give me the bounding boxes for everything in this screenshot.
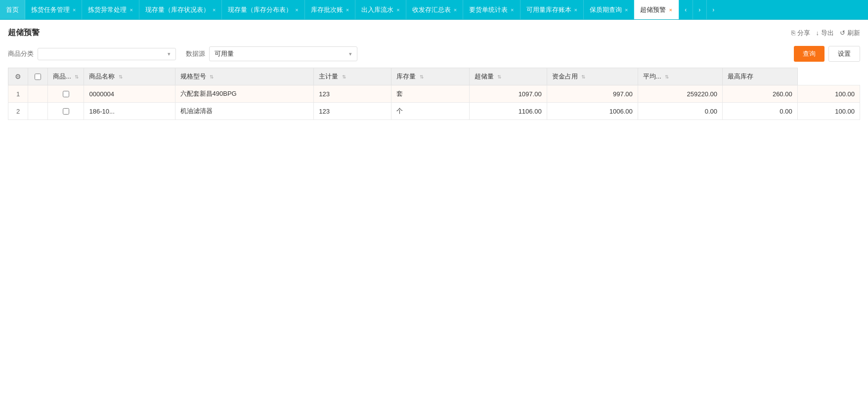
row-checkbox-cell bbox=[48, 85, 84, 103]
datasource-label: 数据源 bbox=[186, 49, 205, 58]
row-checkbox-1[interactable] bbox=[63, 108, 69, 115]
nav-close-abnormal[interactable]: × bbox=[130, 7, 132, 13]
nav-close-task-mgmt[interactable]: × bbox=[73, 7, 76, 13]
nav-stock-status[interactable]: 现存量（库存状况表） × bbox=[139, 0, 222, 19]
datasource-chevron-icon: ▾ bbox=[349, 51, 352, 57]
data-table: ⚙ 商品... ⇅ 商品名称 ⇅ 规格型号 ⇅ bbox=[8, 68, 860, 120]
nav-close-stock-dist[interactable]: × bbox=[295, 7, 298, 13]
nav-collect-summary[interactable]: 收发存汇总表 × bbox=[406, 0, 463, 19]
filter-actions: 查询 设置 bbox=[794, 46, 860, 62]
page-container: 超储预警 ⎘ 分享 ↓ 导出 ↺ 刷新 商品分类 ▾ 数据源 bbox=[0, 20, 868, 395]
row-overstock-qty: 997.00 bbox=[547, 85, 638, 103]
row-product-code: 0000004 bbox=[84, 85, 175, 103]
sort-icon-avg[interactable]: ⇅ bbox=[665, 74, 669, 79]
refresh-button[interactable]: ↺ 刷新 bbox=[840, 29, 860, 38]
share-icon: ⎘ bbox=[791, 29, 795, 37]
nav-close-available-stock[interactable]: × bbox=[574, 7, 577, 13]
table-row: 2 186-10... 机油滤清器 123 个 1106.00 1006.00 … bbox=[8, 103, 860, 120]
col-header-avg: 平均... ⇅ bbox=[638, 68, 722, 85]
sort-icon-unit[interactable]: ⇅ bbox=[342, 74, 346, 79]
row-unit: 套 bbox=[391, 85, 469, 103]
page-title: 超储预警 bbox=[8, 28, 40, 38]
row-checkbox-cell bbox=[48, 103, 84, 120]
nav-close-stock-status[interactable]: × bbox=[213, 7, 216, 13]
sort-icon-capital-usage[interactable]: ⇅ bbox=[581, 74, 585, 79]
gear-settings-button[interactable]: ⚙ bbox=[15, 73, 21, 80]
row-overstock-qty: 1006.00 bbox=[547, 103, 638, 120]
row-checkbox-0[interactable] bbox=[63, 91, 69, 97]
row-product-name: 机油滤清器 bbox=[175, 103, 314, 120]
row-capital-usage: 0.00 bbox=[638, 103, 722, 120]
row-capital-usage: 259220.00 bbox=[638, 85, 722, 103]
row-gear-cell bbox=[28, 85, 48, 103]
top-navigation: 首页 拣货任务管理 × 拣货异常处理 × 现存量（库存状况表） × 现存量（库存… bbox=[0, 0, 868, 20]
col-header-stock-qty: 库存量 ⇅ bbox=[391, 68, 469, 85]
col-header-capital-usage: 资金占用 ⇅ bbox=[547, 68, 638, 85]
category-label: 商品分类 bbox=[8, 49, 34, 58]
col-header-overstock-qty: 超储量 ⇅ bbox=[469, 68, 547, 85]
nav-arrow-left[interactable]: ‹ bbox=[679, 0, 693, 19]
select-all-checkbox[interactable] bbox=[35, 74, 41, 80]
nav-arrow-right[interactable]: › bbox=[693, 0, 706, 19]
nav-order-stats[interactable]: 要货单统计表 × bbox=[463, 0, 520, 19]
nav-overstock-alert[interactable]: 超储预警 × bbox=[634, 0, 678, 19]
nav-home[interactable]: 首页 bbox=[0, 0, 25, 19]
table-header-row: ⚙ 商品... ⇅ 商品名称 ⇅ 规格型号 ⇅ bbox=[8, 68, 860, 85]
row-stock-qty: 1097.00 bbox=[469, 85, 547, 103]
col-header-spec: 规格型号 ⇅ bbox=[175, 68, 314, 85]
row-product-name: 六配套新昌490BPG bbox=[175, 85, 314, 103]
filter-row: 商品分类 ▾ 数据源 可用量 ▾ 查询 设置 bbox=[8, 46, 860, 62]
sort-icon-product-name[interactable]: ⇅ bbox=[119, 74, 123, 79]
nav-close-collect-summary[interactable]: × bbox=[454, 7, 457, 13]
category-filter: 商品分类 ▾ bbox=[8, 48, 176, 60]
row-spec: 123 bbox=[314, 85, 391, 103]
nav-quality-check[interactable]: 保质期查询 × bbox=[584, 0, 634, 19]
nav-available-stock[interactable]: 可用量库存账本 × bbox=[521, 0, 584, 19]
datasource-filter: 数据源 可用量 ▾ bbox=[186, 46, 357, 61]
row-stock-qty: 1106.00 bbox=[469, 103, 547, 120]
sort-icon-stock-qty[interactable]: ⇅ bbox=[420, 74, 424, 79]
nav-stock-dist[interactable]: 现存量（库存分布表） × bbox=[222, 0, 304, 19]
table-body: 1 0000004 六配套新昌490BPG 123 套 1097.00 997.… bbox=[8, 85, 860, 120]
row-avg: 0.00 bbox=[723, 103, 798, 120]
row-avg: 260.00 bbox=[723, 85, 798, 103]
row-product-code: 186-10... bbox=[84, 103, 175, 120]
settings-button[interactable]: 设置 bbox=[828, 46, 860, 62]
datasource-select[interactable]: 可用量 ▾ bbox=[209, 46, 357, 61]
row-index: 1 bbox=[8, 85, 28, 103]
row-max-stock: 100.00 bbox=[797, 85, 860, 103]
header-actions: ⎘ 分享 ↓ 导出 ↺ 刷新 bbox=[791, 29, 861, 38]
share-button[interactable]: ⎘ 分享 bbox=[791, 29, 810, 38]
datasource-select-value: 可用量 bbox=[215, 49, 234, 58]
nav-arrow-more[interactable]: › bbox=[706, 0, 720, 19]
nav-close-quality-check[interactable]: × bbox=[625, 7, 628, 13]
col-header-max-stock: 最高库存 bbox=[723, 68, 798, 85]
nav-close-overstock-alert[interactable]: × bbox=[669, 7, 672, 13]
sort-icon-spec[interactable]: ⇅ bbox=[210, 74, 214, 79]
nav-task-mgmt[interactable]: 拣货任务管理 × bbox=[25, 0, 82, 19]
col-header-product-code: 商品... ⇅ bbox=[48, 68, 84, 85]
nav-stock-batch[interactable]: 库存批次账 × bbox=[305, 0, 355, 19]
col-header-unit: 主计量 ⇅ bbox=[314, 68, 391, 85]
row-gear-cell bbox=[28, 103, 48, 120]
category-chevron-icon: ▾ bbox=[168, 51, 171, 57]
nav-inout-flow[interactable]: 出入库流水 × bbox=[355, 0, 406, 19]
export-button[interactable]: ↓ 导出 bbox=[816, 29, 834, 38]
category-select[interactable]: ▾ bbox=[38, 48, 176, 60]
sort-icon-overstock-qty[interactable]: ⇅ bbox=[497, 74, 501, 79]
export-icon: ↓ bbox=[816, 29, 820, 37]
row-spec: 123 bbox=[314, 103, 391, 120]
nav-close-stock-batch[interactable]: × bbox=[346, 7, 349, 13]
col-header-gear: ⚙ bbox=[8, 68, 28, 85]
query-button[interactable]: 查询 bbox=[794, 46, 825, 62]
sort-icon-product-code[interactable]: ⇅ bbox=[75, 74, 79, 79]
page-header: 超储预警 ⎘ 分享 ↓ 导出 ↺ 刷新 bbox=[8, 28, 860, 38]
table-row: 1 0000004 六配套新昌490BPG 123 套 1097.00 997.… bbox=[8, 85, 860, 103]
row-index: 2 bbox=[8, 103, 28, 120]
nav-close-order-stats[interactable]: × bbox=[511, 7, 514, 13]
refresh-icon: ↺ bbox=[840, 29, 845, 37]
col-header-product-name: 商品名称 ⇅ bbox=[84, 68, 175, 85]
row-max-stock: 100.00 bbox=[797, 103, 860, 120]
nav-close-inout-flow[interactable]: × bbox=[396, 7, 399, 13]
nav-abnormal[interactable]: 拣货异常处理 × bbox=[82, 0, 139, 19]
